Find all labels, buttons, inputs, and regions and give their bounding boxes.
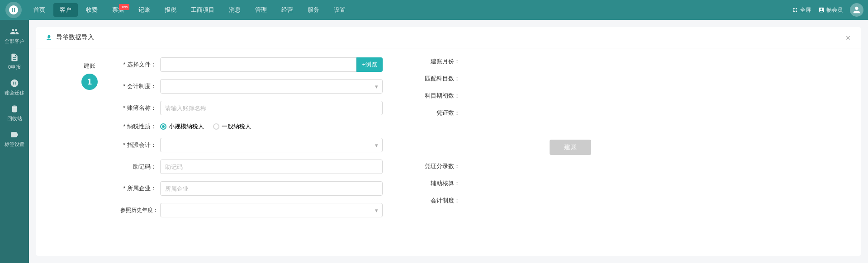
sidebar-item-zero-report[interactable]: 0申报	[1, 49, 28, 74]
fullscreen-label: 全屏	[800, 6, 811, 14]
nav-customer[interactable]: 客户	[53, 3, 78, 17]
nav-invoice[interactable]: 票据 new	[106, 3, 130, 17]
file-label: * 选择文件：	[120, 61, 157, 69]
avatar[interactable]	[850, 3, 863, 17]
right-form: 建账月份： 匹配科目数： 科目期初数： 凭证数：	[410, 57, 636, 225]
sidebar-label-all-customers: 全部客户	[5, 38, 24, 45]
nav-home[interactable]: 首页	[27, 3, 52, 17]
vouchers-label: 凭证数：	[419, 109, 460, 117]
form-area: 建账 1 * 选择文件： +浏览 * 会计制度：	[36, 48, 861, 234]
account-system-label: * 会计制度：	[120, 82, 157, 90]
tax-option-small[interactable]: 小规模纳税人	[160, 122, 204, 131]
step-section: 建账 1	[36, 57, 111, 225]
accounting-month-row: 建账月份：	[419, 57, 627, 66]
nav-operation[interactable]: 经营	[275, 3, 299, 17]
member-btn[interactable]: 畅会员	[818, 6, 843, 14]
tax-nature-row: * 纳税性质： 小规模纳税人 一般纳税人	[120, 122, 383, 131]
memo-code-row: 助记码：	[120, 160, 383, 174]
account-system-row: * 会计制度： ▾	[120, 79, 383, 94]
content-area: 导爷数据导入 × 建账 1 * 选择文件： +浏览	[29, 20, 868, 263]
reference-year-row: 参照历史年度： ▾	[120, 203, 383, 217]
subjects-initial-row: 科目期初数：	[419, 92, 627, 100]
accountant-select-wrapper: ▾	[160, 138, 383, 152]
nav-tax[interactable]: 报税	[158, 3, 183, 17]
sidebar-item-all-customers[interactable]: 全部客户	[1, 23, 28, 48]
new-badge: new	[119, 4, 129, 10]
aux-accounting-row: 辅助核算：	[419, 179, 627, 188]
subjects-initial-label: 科目期初数：	[419, 92, 460, 100]
step-label: 建账	[84, 62, 95, 70]
build-account-button[interactable]: 建账	[550, 140, 591, 155]
sidebar-label-tag-settings: 标签设置	[5, 141, 24, 148]
account-system-select[interactable]	[160, 79, 383, 94]
memo-code-input[interactable]	[160, 160, 383, 174]
tax-option-general[interactable]: 一般纳税人	[213, 122, 251, 131]
match-subjects-row: 匹配科目数：	[419, 75, 627, 83]
panel-header: 导爷数据导入	[36, 27, 861, 48]
accounting-month-label: 建账月份：	[419, 57, 460, 66]
browse-button[interactable]: +浏览	[356, 57, 383, 72]
reference-year-label: 参照历史年度：	[120, 207, 157, 214]
close-button[interactable]: ×	[843, 33, 854, 43]
nav-service[interactable]: 服务	[301, 3, 326, 17]
tax-nature-radio-group: 小规模纳税人 一般纳税人	[160, 122, 251, 131]
top-navbar: 首页 客户 收费 票据 new 记账 报税 工商项目 消息 管理 经营 服务 设…	[0, 0, 868, 20]
page-panel: 导爷数据导入 × 建账 1 * 选择文件： +浏览	[36, 27, 861, 256]
radio-general-icon	[213, 123, 219, 130]
sidebar-label-zero-report: 0申报	[8, 64, 21, 70]
reference-year-select-wrapper: ▾	[160, 203, 383, 217]
fullscreen-btn[interactable]: 全屏	[792, 6, 811, 14]
sidebar: 全部客户 0申报 账套迁移 回收站 标签设置	[0, 20, 29, 263]
ledger-name-row: * 账簿名称：	[120, 101, 383, 115]
vouchers-row: 凭证数：	[419, 109, 627, 117]
ledger-name-input[interactable]	[160, 101, 383, 115]
nav-bookkeeping[interactable]: 记账	[132, 3, 157, 17]
accounting-system-label: 会计制度：	[419, 197, 460, 205]
file-input-group: +浏览	[160, 57, 383, 72]
accounting-system-row: 会计制度：	[419, 197, 627, 205]
nav-items: 首页 客户 收费 票据 new 记账 报税 工商项目 消息 管理 经营 服务 设…	[27, 3, 792, 17]
panel-title: 导爷数据导入	[56, 33, 94, 42]
file-row: * 选择文件： +浏览	[120, 57, 383, 72]
company-label: * 所属企业：	[120, 184, 157, 193]
tax-option-general-label: 一般纳税人	[222, 122, 251, 131]
form-divider	[401, 57, 401, 225]
company-row: * 所属企业：	[120, 181, 383, 196]
radio-small-icon	[160, 123, 166, 130]
logo	[5, 1, 23, 19]
main-layout: 全部客户 0申报 账套迁移 回收站 标签设置	[0, 20, 868, 263]
accountant-select[interactable]	[160, 138, 383, 152]
sidebar-label-recycle: 回收站	[7, 115, 22, 122]
nav-manage[interactable]: 管理	[249, 3, 273, 17]
step-circle: 1	[81, 74, 98, 90]
voucher-entries-row: 凭证分录数：	[419, 162, 627, 170]
nav-message[interactable]: 消息	[223, 3, 247, 17]
aux-accounting-label: 辅助核算：	[419, 179, 460, 188]
sidebar-item-tag-settings[interactable]: 标签设置	[1, 127, 28, 151]
nav-right: 全屏 畅会员	[792, 3, 863, 17]
file-input[interactable]	[160, 57, 356, 72]
accountant-row: * 指派会计： ▾	[120, 138, 383, 152]
voucher-entries-label: 凭证分录数：	[419, 162, 460, 170]
company-input[interactable]	[160, 181, 383, 196]
nav-fee[interactable]: 收费	[80, 3, 104, 17]
sidebar-item-account-migration[interactable]: 账套迁移	[1, 75, 28, 100]
tax-nature-label: * 纳税性质：	[120, 122, 157, 131]
accountant-label: * 指派会计：	[120, 141, 157, 149]
ledger-name-label: * 账簿名称：	[120, 104, 157, 112]
left-form: * 选择文件： +浏览 * 会计制度： ▾	[111, 57, 392, 225]
member-label: 畅会员	[826, 6, 843, 14]
reference-year-select[interactable]	[160, 203, 383, 217]
match-subjects-label: 匹配科目数：	[419, 75, 460, 83]
nav-settings[interactable]: 设置	[327, 3, 352, 17]
sidebar-label-account-migration: 账套迁移	[5, 89, 24, 96]
tax-option-small-label: 小规模纳税人	[169, 122, 204, 131]
account-system-select-wrapper: ▾	[160, 79, 383, 94]
nav-business[interactable]: 工商项目	[185, 3, 221, 17]
sidebar-item-recycle[interactable]: 回收站	[1, 101, 28, 126]
memo-code-label: 助记码：	[120, 163, 157, 171]
